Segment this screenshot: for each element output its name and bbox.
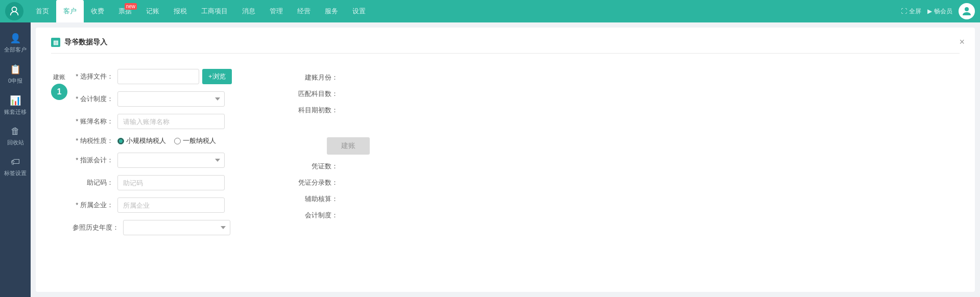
step-circle: 1 bbox=[51, 84, 67, 100]
nav-item-bookkeeping[interactable]: 记账 bbox=[139, 0, 166, 22]
nav-item-customer[interactable]: 客户 bbox=[56, 0, 84, 22]
accountant-label: * 指派会计： bbox=[73, 156, 113, 165]
nav-item-business[interactable]: 工商项目 bbox=[194, 0, 235, 22]
tax-label: * 纳税性质： bbox=[73, 136, 113, 145]
accounting-label: * 会计制度： bbox=[73, 94, 113, 104]
browse-button[interactable]: +浏览 bbox=[202, 69, 232, 84]
history-year-select[interactable] bbox=[123, 220, 230, 235]
new-badge: new bbox=[125, 3, 137, 10]
file-label: * 选择文件： bbox=[73, 72, 113, 81]
nav-items: 首页 客户 收费 票据 new 记账 报税 工商项目 消息 管理 经营 服务 设… bbox=[29, 0, 901, 22]
sidebar-item-recycle[interactable]: 🗑 回收站 bbox=[0, 121, 31, 152]
build-btn-container: 建账 bbox=[292, 122, 404, 155]
fullscreen-btn[interactable]: ⛶ 全屏 bbox=[901, 7, 921, 16]
tax-radio-group: 小规模纳税人 一般纳税人 bbox=[117, 136, 216, 145]
info-row-voucher-entries: 凭证分录数： bbox=[292, 178, 404, 187]
aux-label: 辅助核算： bbox=[292, 194, 338, 204]
member-btn[interactable]: ▶ 畅会员 bbox=[927, 7, 952, 16]
nav-item-message[interactable]: 消息 bbox=[235, 0, 262, 22]
info-row-accounting-system: 会计制度： bbox=[292, 211, 404, 220]
info-row-subject-init: 科目期初数： bbox=[292, 106, 404, 115]
form-main: 建账 1 * 选择文件： +浏览 bbox=[51, 64, 960, 235]
svg-point-1 bbox=[965, 7, 969, 11]
modal-card: ▤ 导爷数据导入 × 建账 1 * 选择文件： bbox=[36, 28, 975, 292]
company-input[interactable] bbox=[117, 197, 225, 213]
sidebar-item-zero-report[interactable]: 📋 0申报 bbox=[0, 59, 31, 90]
modal-title: 导爷数据导入 bbox=[64, 38, 107, 47]
info-section: 建账月份： 匹配科目数： 科目期初数： 建账 bbox=[292, 69, 404, 235]
sidebar-item-account-migration[interactable]: 📊 账套迁移 bbox=[0, 90, 31, 121]
file-input[interactable] bbox=[117, 69, 199, 84]
voucher-label: 凭证数： bbox=[292, 162, 338, 171]
step-area: 建账 1 bbox=[51, 69, 73, 100]
top-nav: 首页 客户 收费 票据 new 记账 报税 工商项目 消息 管理 经营 服务 设… bbox=[0, 0, 980, 22]
subject-init-label: 科目期初数： bbox=[292, 106, 338, 115]
main-content: ▤ 导爷数据导入 × 建账 1 * 选择文件： bbox=[31, 22, 980, 297]
close-button[interactable]: × bbox=[959, 37, 965, 47]
avatar[interactable] bbox=[959, 3, 975, 19]
month-label: 建账月份： bbox=[292, 73, 338, 82]
layout: 👤 全部客户 📋 0申报 📊 账套迁移 🗑 回收站 🏷 标签设置 ▤ 导爷数据导… bbox=[0, 22, 980, 297]
build-account-button[interactable]: 建账 bbox=[327, 137, 370, 155]
info-row-month: 建账月份： bbox=[292, 73, 404, 82]
form-row-file: * 选择文件： +浏览 bbox=[73, 69, 277, 84]
form-row-accounting: * 会计制度： bbox=[73, 91, 277, 107]
top-nav-right: ⛶ 全屏 ▶ 畅会员 bbox=[901, 3, 975, 19]
memo-input[interactable] bbox=[117, 175, 225, 190]
history-year-label: 参照历史年度： bbox=[73, 223, 119, 232]
tax-general-radio[interactable]: 一般纳税人 bbox=[174, 136, 216, 145]
step-label: 建账 bbox=[53, 73, 65, 82]
form-row-company: * 所属企业： bbox=[73, 197, 277, 213]
ledger-name-input[interactable] bbox=[117, 114, 225, 129]
voucher-entries-label: 凭证分录数： bbox=[292, 178, 338, 187]
svg-point-0 bbox=[12, 7, 16, 12]
logo[interactable] bbox=[5, 2, 23, 20]
sidebar-item-all-customers[interactable]: 👤 全部客户 bbox=[0, 28, 31, 59]
form-row-history-year: 参照历史年度： bbox=[73, 220, 277, 235]
tag-icon: 🏷 bbox=[11, 157, 20, 167]
nav-item-tax[interactable]: 报税 bbox=[166, 0, 194, 22]
nav-item-manage[interactable]: 管理 bbox=[262, 0, 290, 22]
accounting-system-info-label: 会计制度： bbox=[292, 211, 338, 220]
card-header: ▤ 导爷数据导入 bbox=[51, 38, 960, 54]
nav-item-home[interactable]: 首页 bbox=[29, 0, 56, 22]
recycle-icon: 🗑 bbox=[11, 126, 20, 137]
accounting-system-select[interactable] bbox=[117, 91, 225, 107]
memo-label: 助记码： bbox=[73, 178, 113, 187]
form-row-accountant: * 指派会计： bbox=[73, 153, 277, 168]
company-label: * 所属企业： bbox=[73, 201, 113, 210]
accountant-select[interactable] bbox=[117, 153, 225, 168]
nav-item-settings[interactable]: 设置 bbox=[345, 0, 373, 22]
form-left-wrapper: 建账 1 * 选择文件： +浏览 bbox=[51, 69, 277, 235]
tax-small-radio[interactable]: 小规模纳税人 bbox=[117, 136, 166, 145]
info-row-match: 匹配科目数： bbox=[292, 89, 404, 98]
nav-item-operation[interactable]: 经营 bbox=[290, 0, 318, 22]
ledger-label: * 账簿名称： bbox=[73, 117, 113, 126]
form-section: * 选择文件： +浏览 * 会计制度： bbox=[73, 69, 277, 235]
nav-item-invoice[interactable]: 票据 new bbox=[111, 0, 139, 22]
file-input-group: +浏览 bbox=[117, 69, 232, 84]
form-row-ledger: * 账簿名称： bbox=[73, 114, 277, 129]
info-row-voucher: 凭证数： bbox=[292, 162, 404, 171]
form-row-tax: * 纳税性质： 小规模纳税人 一般纳税人 bbox=[73, 136, 277, 145]
zero-report-icon: 📋 bbox=[10, 64, 21, 75]
match-label: 匹配科目数： bbox=[292, 89, 338, 98]
nav-item-fee[interactable]: 收费 bbox=[84, 0, 111, 22]
customers-icon: 👤 bbox=[10, 33, 21, 44]
nav-item-service[interactable]: 服务 bbox=[318, 0, 345, 22]
migration-icon: 📊 bbox=[10, 95, 21, 106]
info-row-aux: 辅助核算： bbox=[292, 194, 404, 204]
sidebar-item-tag-settings[interactable]: 🏷 标签设置 bbox=[0, 152, 31, 182]
sidebar: 👤 全部客户 📋 0申报 📊 账套迁移 🗑 回收站 🏷 标签设置 bbox=[0, 22, 31, 297]
import-icon: ▤ bbox=[51, 38, 60, 47]
form-row-memo: 助记码： bbox=[73, 175, 277, 190]
